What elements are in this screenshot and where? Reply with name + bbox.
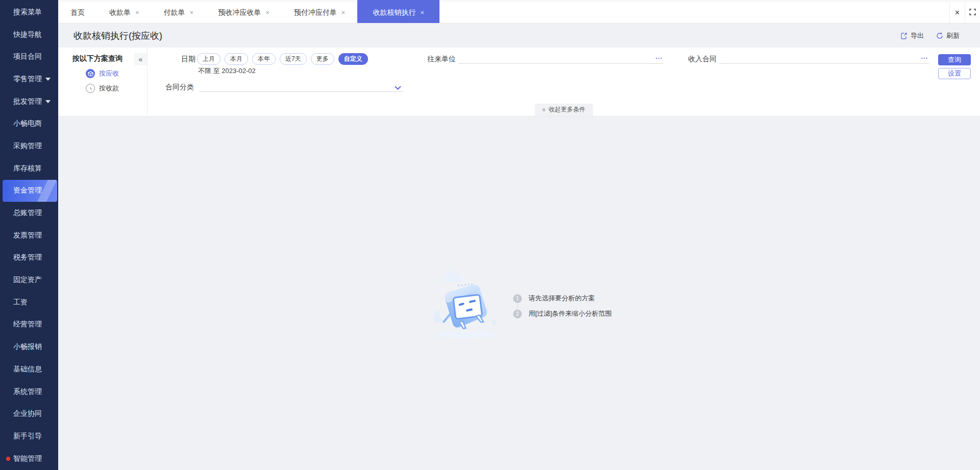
counterparty-more-button[interactable]: ...	[655, 53, 663, 60]
step-number-badge: 1	[513, 294, 522, 303]
sidebar-item-label: 固定资产	[13, 275, 42, 285]
sidebar-item-label: 发票管理	[13, 231, 42, 240]
tab-label: 首页	[70, 8, 85, 17]
counterparty-label: 往来单位	[427, 55, 456, 64]
plan-option-by-receipt[interactable]: 按收款	[86, 84, 147, 93]
date-preset-pill[interactable]: 本月	[225, 53, 248, 65]
date-range-text: 不限 至 2023-02-02	[198, 66, 256, 76]
title-bar: 收款核销执行(按应收) 导出 刷新	[58, 24, 980, 48]
sidebar-item-label: 快捷导航	[13, 30, 42, 39]
tab-label: 收款单	[109, 8, 131, 17]
tab-label: 收款核销执行	[373, 8, 415, 17]
sidebar-item-label: 资金管理	[13, 186, 42, 195]
sidebar-item-label: 批发管理	[13, 97, 42, 106]
sidebar-item-label: 基础信息	[13, 365, 42, 374]
settings-button[interactable]: 设置	[938, 68, 971, 79]
collapse-more-filters-label: 收起更多条件	[549, 105, 585, 114]
sidebar-item-search-menu[interactable]: 搜索菜单	[0, 1, 58, 24]
sidebar-item-retail-mgmt[interactable]: 零售管理	[0, 68, 58, 90]
sidebar-item-label: 库存核算	[13, 164, 42, 173]
sidebar-item-label: 总账管理	[13, 208, 42, 218]
collapse-more-filters-button[interactable]: « 收起更多条件	[534, 104, 593, 116]
plan-option-by-receivable[interactable]: 按应收	[86, 69, 147, 78]
sidebar-item-label: 新手引导	[13, 432, 42, 441]
chevron-up-icon: «	[541, 108, 548, 111]
income-contract-more-button[interactable]: ...	[921, 53, 928, 60]
sidebar-item-inventory-accounting[interactable]: 库存核算	[0, 157, 58, 180]
tab-home[interactable]: 首页	[58, 2, 97, 23]
sidebar-item-fixed-assets[interactable]: 固定资产	[0, 269, 58, 291]
close-all-tabs-button[interactable]: ×	[949, 2, 965, 23]
sidebar-item-funds-mgmt[interactable]: 资金管理	[3, 180, 57, 202]
export-label: 导出	[911, 31, 924, 40]
sidebar-item-system-mgmt[interactable]: 系统管理	[0, 381, 58, 403]
date-preset-pill[interactable]: 近7天	[280, 53, 307, 65]
close-tab-icon[interactable]: ×	[420, 9, 424, 16]
sidebar-item-invoice-mgmt[interactable]: 发票管理	[0, 224, 58, 247]
sidebar-item-basic-info[interactable]: 基础信息	[0, 358, 58, 381]
tab-prereceipt-offset[interactable]: 预收冲应收单×	[206, 2, 282, 23]
close-tab-icon[interactable]: ×	[341, 9, 346, 16]
counterparty-input[interactable]	[458, 52, 664, 63]
sidebar-item-wholesale-mgmt[interactable]: 批发管理	[0, 90, 58, 113]
cube-icon	[86, 69, 95, 78]
sidebar-item-general-ledger[interactable]: 总账管理	[0, 202, 58, 224]
sidebar: 搜索菜单快捷导航项目合同零售管理批发管理小畅电商采购管理库存核算资金管理总账管理…	[0, 0, 58, 470]
sidebar-item-label: 采购管理	[13, 142, 42, 151]
sidebar-item-operations-mgmt[interactable]: 经营管理	[0, 314, 58, 336]
refresh-icon	[936, 32, 943, 39]
step-text: 用[过滤]条件来缩小分析范围	[528, 309, 611, 318]
tab-label: 付款单	[164, 8, 185, 17]
refresh-button[interactable]: 刷新	[936, 31, 960, 40]
sidebar-item-xiaochang-ecommerce[interactable]: 小畅电商	[0, 112, 58, 135]
date-preset-pill[interactable]: 本年	[252, 53, 276, 65]
income-contract-input[interactable]	[720, 52, 929, 63]
date-preset-pill[interactable]: 上月	[197, 53, 220, 65]
close-tab-icon[interactable]: ×	[190, 9, 194, 16]
sidebar-item-enterprise-collab[interactable]: 企业协同	[0, 403, 58, 425]
window-controls: ×	[949, 2, 980, 23]
sidebar-item-label: 零售管理	[13, 75, 42, 84]
chevron-down-icon[interactable]	[395, 83, 401, 92]
income-contract-label: 收入合同	[688, 55, 717, 64]
refresh-label: 刷新	[946, 31, 960, 40]
tab-receipt-writeoff[interactable]: 收款核销执行×	[357, 0, 439, 23]
sidebar-item-payroll[interactable]: 工资	[0, 291, 58, 314]
sidebar-item-project-contract[interactable]: 项目合同	[0, 45, 58, 68]
date-filter-label: 日期	[181, 55, 195, 64]
content-area: 1请先选择要分析的方案2用[过滤]条件来缩小分析范围	[58, 116, 980, 470]
date-preset-pill[interactable]: 更多	[311, 53, 334, 65]
contract-category-label: 合同分类	[165, 83, 194, 92]
caret-down-icon	[45, 78, 51, 81]
close-tab-icon[interactable]: ×	[265, 9, 270, 16]
sidebar-item-smart-mgmt[interactable]: 智能管理	[0, 448, 58, 470]
caret-down-icon	[45, 100, 51, 103]
plan-option-label: 按应收	[99, 69, 119, 78]
step-text: 请先选择要分析的方案	[528, 294, 595, 303]
close-tab-icon[interactable]: ×	[135, 9, 139, 16]
collapse-panel-button[interactable]: «	[134, 53, 147, 65]
plan-option-label: 按收款	[99, 84, 119, 93]
sidebar-item-tax-mgmt[interactable]: 税务管理	[0, 247, 58, 269]
sidebar-item-label: 工资	[13, 298, 28, 307]
tab-receipt[interactable]: 收款单×	[97, 2, 152, 23]
empty-state: 1请先选择要分析的方案2用[过滤]条件来缩小分析范围	[426, 270, 611, 342]
empty-state-step: 1请先选择要分析的方案	[513, 294, 611, 303]
sidebar-item-beginner-guide[interactable]: 新手引导	[0, 425, 58, 448]
sidebar-item-quick-nav[interactable]: 快捷导航	[0, 24, 58, 46]
sidebar-item-label: 项目合同	[13, 52, 42, 61]
contract-category-select[interactable]	[199, 80, 403, 91]
date-custom-pill[interactable]: 自定义	[338, 53, 368, 65]
fullscreen-button[interactable]	[965, 2, 980, 23]
sidebar-item-purchase-mgmt[interactable]: 采购管理	[0, 135, 58, 157]
export-button[interactable]: 导出	[900, 31, 924, 40]
sidebar-item-xiaochang-expense[interactable]: 小畅报销	[0, 336, 58, 358]
tab-payment[interactable]: 付款单×	[152, 2, 206, 23]
tab-label: 预付冲应付单	[294, 8, 337, 17]
empty-state-step: 2用[过滤]条件来缩小分析范围	[513, 309, 611, 318]
query-button[interactable]: 查询	[938, 54, 971, 65]
sidebar-item-label: 经营管理	[13, 320, 42, 329]
tab-prepay-offset[interactable]: 预付冲应付单×	[282, 2, 358, 23]
page-title: 收款核销执行(按应收)	[74, 30, 900, 42]
notification-dot	[6, 457, 10, 461]
